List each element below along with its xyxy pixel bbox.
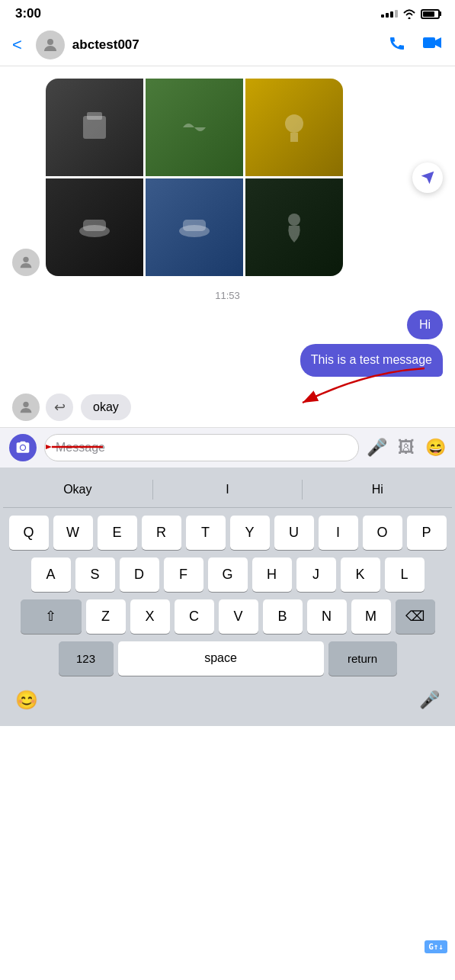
svg-point-14: [23, 401, 28, 406]
send-media-button[interactable]: [412, 162, 443, 193]
message-bubble-test: This is a test message: [300, 344, 443, 376]
key-123[interactable]: 123: [59, 641, 114, 676]
key-row-1: Q W E R T Y U I O P: [6, 516, 449, 550]
key-s[interactable]: S: [75, 557, 115, 592]
status-time: 3:00: [15, 6, 41, 21]
reply-button[interactable]: ↩: [46, 394, 73, 421]
svg-rect-9: [83, 220, 106, 231]
svg-rect-1: [423, 37, 435, 48]
message-timestamp: 11:53: [0, 282, 455, 310]
input-bar: Message 🎤 🖼 😄: [0, 427, 455, 468]
emoji-button[interactable]: 😊: [15, 689, 38, 711]
suggestion-i[interactable]: I: [153, 480, 303, 500]
chat-header: < abctest007: [0, 24, 455, 66]
video-call-button[interactable]: [421, 34, 443, 56]
sender-avatar: [12, 249, 40, 276]
key-m[interactable]: M: [351, 599, 391, 634]
svg-point-0: [47, 39, 53, 45]
key-d[interactable]: D: [120, 557, 159, 592]
key-u[interactable]: U: [274, 516, 314, 550]
key-i[interactable]: I: [319, 516, 358, 550]
watermark: G↑↓: [425, 940, 447, 953]
status-icons: [381, 8, 440, 19]
key-e[interactable]: E: [98, 516, 137, 550]
key-x[interactable]: X: [130, 599, 170, 634]
chat-area: 11:53 Hi This is a test message: [0, 66, 455, 427]
quick-reply-okay[interactable]: okay: [81, 394, 131, 420]
key-c[interactable]: C: [175, 599, 214, 634]
wifi-icon: [402, 8, 416, 19]
key-row-3: ⇧ Z X C V B N M ⌫: [6, 599, 449, 634]
quick-reply-row: ↩ okay: [0, 387, 455, 427]
key-o[interactable]: O: [363, 516, 402, 550]
photo-cell-5: [146, 178, 243, 276]
call-button[interactable]: [388, 34, 406, 56]
photo-grid-message: [0, 72, 455, 282]
svg-point-12: [288, 214, 300, 226]
svg-rect-11: [183, 220, 206, 231]
mic-button[interactable]: 🎤: [367, 438, 387, 458]
keyboard: Okay I Hi Q W E R T Y U I O P A S D F G …: [0, 468, 455, 726]
key-b[interactable]: B: [263, 599, 303, 634]
key-g[interactable]: G: [208, 557, 248, 592]
photo-cell-3: [245, 79, 343, 176]
key-space[interactable]: space: [118, 641, 324, 676]
svg-point-3: [23, 257, 28, 262]
key-r[interactable]: R: [142, 516, 181, 550]
photo-cell-4: [46, 178, 143, 276]
key-q[interactable]: Q: [9, 516, 49, 550]
sticker-button[interactable]: 😄: [425, 438, 446, 458]
input-right-icons: 🎤 🖼 😄: [367, 438, 446, 458]
key-return[interactable]: return: [328, 641, 397, 676]
key-a[interactable]: A: [31, 557, 71, 592]
svg-rect-7: [290, 133, 298, 142]
suggestion-okay[interactable]: Okay: [3, 480, 153, 500]
key-t[interactable]: T: [186, 516, 226, 550]
photo-button[interactable]: 🖼: [398, 438, 415, 458]
svg-marker-2: [435, 37, 441, 48]
key-l[interactable]: L: [385, 557, 425, 592]
key-p[interactable]: P: [407, 516, 447, 550]
key-f[interactable]: F: [164, 557, 203, 592]
back-button[interactable]: <: [12, 32, 28, 58]
message-input[interactable]: Message: [44, 434, 359, 461]
svg-rect-5: [87, 112, 102, 120]
keyboard-mic-button[interactable]: 🎤: [419, 690, 440, 710]
message-placeholder: Message: [56, 441, 105, 455]
battery-icon: [421, 9, 440, 19]
svg-point-6: [285, 114, 303, 133]
key-j[interactable]: J: [296, 557, 336, 592]
key-row-4: 123 space return: [6, 641, 449, 676]
key-z[interactable]: Z: [86, 599, 126, 634]
messages-area: Hi This is a test message: [0, 310, 455, 377]
key-v[interactable]: V: [219, 599, 258, 634]
photo-cell-2: [146, 79, 243, 176]
key-k[interactable]: K: [341, 557, 380, 592]
status-bar: 3:00: [0, 0, 455, 24]
key-n[interactable]: N: [307, 599, 347, 634]
keyboard-bottom: 😊 🎤: [3, 683, 452, 726]
contact-name[interactable]: abctest007: [72, 37, 380, 53]
message-bubble-hi: Hi: [407, 310, 443, 339]
photo-cell-1: [46, 79, 143, 176]
photo-grid: [46, 79, 343, 276]
contact-avatar: [36, 31, 65, 59]
camera-button[interactable]: [9, 434, 37, 461]
input-bar-container: Message 🎤 🖼 😄: [0, 427, 455, 468]
key-y[interactable]: Y: [230, 516, 270, 550]
key-shift[interactable]: ⇧: [21, 599, 82, 634]
receiver-avatar: [12, 394, 40, 421]
keyboard-suggestions: Okay I Hi: [3, 475, 452, 508]
signal-icon: [381, 10, 398, 18]
message-row-hi: Hi: [12, 310, 443, 339]
key-h[interactable]: H: [252, 557, 292, 592]
suggestion-hi[interactable]: Hi: [303, 480, 452, 500]
key-row-2: A S D F G H J K L: [6, 557, 449, 592]
keyboard-rows: Q W E R T Y U I O P A S D F G H J K L ⇧ …: [3, 508, 452, 683]
key-w[interactable]: W: [53, 516, 93, 550]
header-actions: [388, 34, 443, 56]
svg-point-16: [21, 445, 25, 450]
message-row-test: This is a test message: [12, 344, 443, 376]
photo-cell-6: [245, 178, 343, 276]
key-delete[interactable]: ⌫: [396, 599, 435, 634]
